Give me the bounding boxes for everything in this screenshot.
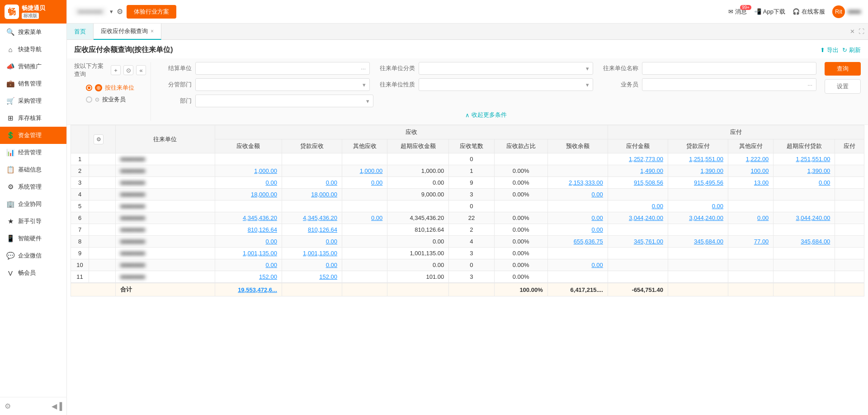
export-btn[interactable]: ⬆ 导出 [820,46,839,54]
topbar-left: ■■■■■■■ ▾ ⚙ 体验行业方案 [74,5,723,19]
th-recv-amount: 应收金额 [215,139,282,153]
field-partner-type: 往来单位性质 ▾ [379,78,593,91]
message-btn[interactable]: ✉ 消息 99+ [728,8,747,16]
collapse-btn[interactable]: ∧ 收起更多条件 [463,109,509,121]
sidebar-item-search-menu[interactable]: 🔍 搜索菜单 [0,24,66,41]
scheme-by-partner[interactable]: ⊕ 按往来单位 [83,83,146,93]
sidebar-logo: 畅 畅捷通贝 标准版 [0,0,66,24]
sidebar-item-operations[interactable]: 📊 经营管理 [0,144,66,161]
industry-plan-btn[interactable]: 体验行业方案 [127,5,176,19]
tab-bar: 首页 应收应付余额查询 × ✕ ⛶ [67,24,868,40]
sidebar-item-system[interactable]: ⚙ 系统管理 [0,178,66,196]
scheme-settings-btn[interactable]: ⊙ [123,65,133,75]
logo-text: 畅捷通贝 标准版 [22,5,45,19]
sidebar-item-enterprise[interactable]: 🏢 企业协同 [0,196,66,213]
scheme-by-staff[interactable]: ⊙ 按业务员 [83,95,146,105]
field-partner-name: 往来单位名称 [602,62,816,75]
partner-category-select[interactable]: ▾ [419,62,593,75]
settings-btn[interactable]: 设置 [825,79,861,94]
search-menu-icon: 🔍 [6,28,14,36]
th-group-receivable: 应收 [215,125,608,139]
sidebar-settings-btn[interactable]: ⚙ [5,402,11,410]
sidebar-item-sales[interactable]: 💼 销售管理 [0,75,66,92]
dept-in-charge-label: 分管部门 [156,81,192,89]
scheme-staff-radio [86,96,92,103]
sidebar-item-quick-nav[interactable]: ⌂ 快捷导航 [0,41,66,58]
salesperson-input[interactable] [646,79,807,91]
table-row: 2■■■■■■■1,000.001,000.001,000.0010.00%1,… [71,165,864,177]
query-btn[interactable]: 查询 [825,62,861,76]
app-download-btn[interactable]: 📲 App下载 [754,8,785,16]
th-other-pay: 其他应付 [728,139,774,153]
sidebar-item-basic[interactable]: 📋 基础信息 [0,161,66,178]
close-window-btn[interactable]: ✕ [850,28,855,35]
settlement-unit-ellipsis[interactable]: ··· [361,65,366,72]
scheme-staff-icon: ⊙ [95,96,99,103]
user-area[interactable]: Rit ■■■■ [832,5,861,18]
sidebar-item-guide[interactable]: ★ 新手引导 [0,213,66,230]
search-area: 按以下方案查询 + ⊙ « ⊕ 按往来单位 [67,58,868,125]
table-container[interactable]: ⚙ 往来单位 应收 应付 应收金额 贷款应收 其他应收 超期应收金额 应收笔数 … [67,125,868,415]
table-row: 6■■■■■■■4,345,436.204,345,436.200.004,34… [71,212,864,224]
settlement-unit-label: 结算单位 [156,64,192,72]
footer-recv-amount[interactable]: 19,553,472,6... [215,283,282,296]
search-scheme-actions: + ⊙ « [111,65,146,75]
sidebar-item-member[interactable]: V 畅会员 [0,264,66,281]
online-service-btn[interactable]: 🎧 在线客服 [793,8,825,16]
table-row: 10■■■■■■■0.000.000.0000.00%0.00 [71,259,864,271]
tab-home[interactable]: 首页 [67,24,94,39]
tab-receivable-query[interactable]: 应收应付余额查询 × [94,24,161,40]
finance-icon: 💲 [6,131,14,139]
table-row: 7■■■■■■■810,126.64810,126.64810,126.6420… [71,224,864,236]
dept-select[interactable]: ▾ [195,95,373,107]
salesperson-ellipsis[interactable]: ··· [807,81,812,88]
topbar: ■■■■■■■ ▾ ⚙ 体验行业方案 ✉ 消息 99+ 📲 App下载 🎧 在线… [67,0,868,24]
wechat-icon: 💬 [6,252,14,260]
export-icon: ⬆ [820,47,825,53]
th-overdue-recv: 超期应收金额 [387,139,449,153]
th-group-payable: 应付 [608,125,864,139]
footer-prepay-balance: 6,417,215.... [547,283,608,296]
table-settings-icon[interactable]: ⚙ [94,134,104,144]
data-table: ⚙ 往来单位 应收 应付 应收金额 贷款应收 其他应收 超期应收金额 应收笔数 … [71,125,864,296]
sidebar-item-marketing[interactable]: 📣 营销推广 [0,58,66,75]
search-left-panel: 按以下方案查询 + ⊙ « ⊕ 按往来单位 [74,62,151,121]
dept-in-charge-select[interactable]: ▾ [195,78,370,91]
partner-type-select[interactable]: ▾ [419,78,593,91]
th-settings[interactable]: ⚙ [89,125,116,153]
tab-close-btn[interactable]: × [151,28,154,34]
user-avatar: Rit [832,5,845,18]
chevron-down-icon: ▾ [586,65,589,72]
topbar-right: ✉ 消息 99+ 📲 App下载 🎧 在线客服 Rit ■■■■ [728,5,861,18]
sidebar-item-finance[interactable]: 💲 资金管理 [0,127,66,144]
topbar-gear-btn[interactable]: ⚙ [117,7,123,16]
th-prepay-balance: 预收余额 [547,139,608,153]
partner-name-input[interactable] [642,62,816,75]
sidebar-item-hardware[interactable]: 📱 智能硬件 [0,230,66,247]
sidebar-collapse-btn[interactable]: ◀▐ [52,402,62,410]
table-row: 5■■■■■■■00.000.00 [71,200,864,212]
sidebar-item-inventory[interactable]: ⊞ 库存核算 [0,110,66,127]
sales-icon: 💼 [6,80,14,88]
refresh-btn[interactable]: ↻ 刷新 [842,46,861,54]
topbar-dropdown-btn[interactable]: ▾ [110,8,113,15]
th-recv-count: 应收笔数 [449,139,494,153]
th-index [71,125,89,153]
scheme-back-btn[interactable]: « [136,65,146,75]
search-outer: 按以下方案查询 + ⊙ « ⊕ 按往来单位 [74,62,861,121]
logo-icon: 畅 [5,5,19,19]
sidebar-item-wechat[interactable]: 💬 企业微信 [0,247,66,264]
sidebar-item-purchase[interactable]: 🛒 采购管理 [0,92,66,110]
settlement-unit-input[interactable] [199,62,361,74]
message-icon: ✉ [728,8,733,15]
sidebar-bottom: ⚙ ◀▐ [0,397,66,415]
collapse-section: ∧ 收起更多条件 [156,109,816,121]
table-row: 4■■■■■■■18,000.0018,000.009,000.0030.00%… [71,189,864,200]
add-scheme-btn[interactable]: + [111,65,121,75]
maximize-btn[interactable]: ⛶ [859,28,864,35]
table-row: 11■■■■■■■152.00152.00101.0030.00% [71,271,864,283]
app-icon: 📲 [754,8,761,15]
partner-type-label: 往来单位性质 [379,81,415,89]
chevron-down-icon: ▾ [586,81,589,88]
scheme-list: ⊕ 按往来单位 ⊙ 按业务员 [83,83,146,105]
